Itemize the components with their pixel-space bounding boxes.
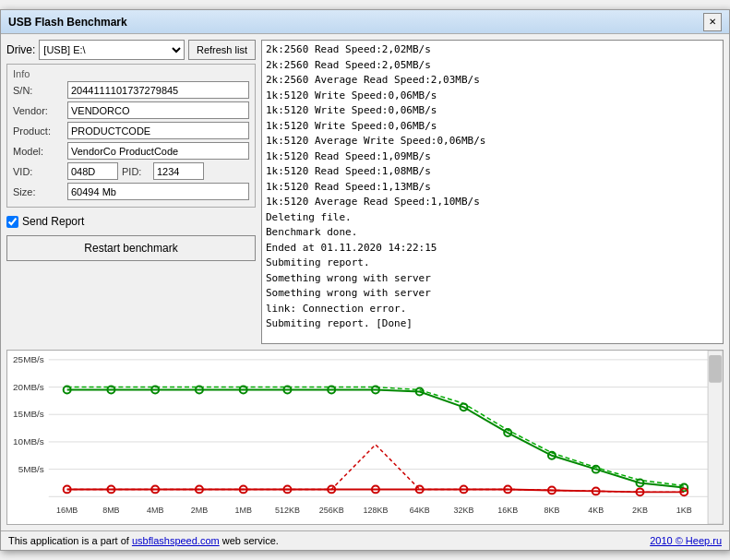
- vid-pid-row: VID: PID:: [13, 162, 249, 180]
- svg-text:128KB: 128KB: [364, 506, 389, 515]
- svg-text:512KB: 512KB: [275, 506, 300, 515]
- svg-text:4KB: 4KB: [588, 506, 604, 515]
- svg-text:1KB: 1KB: [676, 506, 692, 515]
- model-label: Model:: [13, 146, 64, 157]
- log-line: 2k:2560 Average Read Speed:2,03MB/s: [266, 73, 719, 89]
- svg-text:2KB: 2KB: [632, 506, 648, 515]
- info-group: Info S/N: Vendor: Product: Model:: [6, 64, 256, 208]
- log-line: Benchmark done.: [266, 225, 719, 241]
- log-line: 1k:5120 Write Speed:0,06MB/s: [266, 119, 719, 135]
- footer-text-before: This application is a part of: [8, 535, 132, 546]
- sn-input[interactable]: [67, 81, 249, 99]
- product-row: Product:: [13, 122, 249, 139]
- green-line-dashed: [67, 387, 685, 486]
- svg-text:8MB: 8MB: [102, 506, 119, 515]
- vid-input[interactable]: [67, 162, 118, 180]
- log-line: 1k:5120 Write Speed:0,06MB/s: [266, 89, 719, 104]
- title-bar: USB Flash Benchmark ✕: [1, 10, 729, 34]
- vendor-label: Vendor:: [13, 105, 64, 116]
- vendor-row: Vendor:: [13, 101, 249, 119]
- vid-label: VID:: [13, 166, 64, 177]
- product-input[interactable]: [67, 122, 249, 139]
- drive-row: Drive: [USB] E:\ Refresh list: [6, 40, 256, 60]
- log-line: 1k:5120 Write Speed:0,06MB/s: [266, 103, 719, 119]
- log-line: 2k:2560 Read Speed:2,02MB/s: [266, 42, 719, 58]
- log-line: 2k:2560 Read Speed:2,05MB/s: [266, 58, 719, 74]
- svg-text:2MB: 2MB: [191, 506, 208, 515]
- chart-area: 25MB/s 20MB/s 15MB/s 10MB/s 5MB/s: [6, 350, 724, 525]
- log-line: 1k:5120 Average Write Speed:0,06MB/s: [266, 134, 719, 149]
- vendor-input[interactable]: [67, 101, 249, 119]
- log-line: 1k:5120 Read Speed:1,08MB/s: [266, 164, 719, 180]
- sn-row: S/N:: [13, 81, 249, 99]
- svg-text:4MB: 4MB: [147, 506, 163, 515]
- footer: This application is a part of usbflashsp…: [1, 530, 729, 550]
- svg-rect-57: [709, 355, 722, 383]
- footer-text: This application is a part of usbflashsp…: [8, 535, 279, 546]
- send-report-row: Send Report: [6, 211, 256, 232]
- footer-link[interactable]: usbflashspeed.com: [132, 535, 220, 546]
- sn-label: S/N:: [13, 85, 64, 96]
- product-label: Product:: [13, 125, 64, 137]
- drive-label: Drive:: [6, 43, 35, 56]
- refresh-button[interactable]: Refresh list: [188, 40, 256, 60]
- restart-button[interactable]: Restart benchmark: [6, 235, 256, 261]
- svg-text:25MB/s: 25MB/s: [13, 354, 44, 364]
- svg-text:5MB/s: 5MB/s: [18, 464, 44, 474]
- svg-text:32KB: 32KB: [454, 506, 474, 515]
- log-line: 1k:5120 Read Speed:1,13MB/s: [266, 180, 719, 196]
- log-line: Deleting file.: [266, 210, 719, 226]
- log-line: Submiting report.: [266, 256, 719, 271]
- log-line: Something wrong with server: [266, 271, 719, 287]
- footer-right-link[interactable]: 2010 © Heep.ru: [650, 535, 722, 546]
- main-window: USB Flash Benchmark ✕ Drive: [USB] E:\ R…: [0, 9, 730, 551]
- svg-text:16MB: 16MB: [56, 506, 78, 515]
- green-line-solid: [67, 390, 685, 488]
- log-line: Submiting report. [Done]: [266, 316, 719, 332]
- pid-input[interactable]: [153, 162, 204, 180]
- svg-text:10MB/s: 10MB/s: [13, 436, 44, 447]
- footer-text-after: web service.: [220, 535, 279, 546]
- log-line: Ended at 01.11.2020 14:22:15: [266, 241, 719, 256]
- size-input[interactable]: [67, 183, 249, 200]
- svg-text:15MB/s: 15MB/s: [13, 409, 44, 419]
- log-panel: 2k:2560 Read Speed:2,02MB/s2k:2560 Read …: [261, 40, 724, 344]
- svg-text:16KB: 16KB: [497, 506, 518, 515]
- svg-text:1MB: 1MB: [234, 506, 251, 515]
- send-report-label[interactable]: Send Report: [22, 215, 84, 228]
- left-panel: Drive: [USB] E:\ Refresh list Info S/N: …: [6, 40, 256, 344]
- close-button[interactable]: ✕: [703, 13, 722, 31]
- benchmark-chart: 25MB/s 20MB/s 15MB/s 10MB/s 5MB/s: [7, 351, 723, 524]
- log-line: link: Connection error.: [266, 302, 719, 317]
- svg-text:256KB: 256KB: [319, 506, 344, 515]
- drive-select[interactable]: [USB] E:\: [39, 40, 185, 60]
- svg-text:64KB: 64KB: [410, 506, 430, 515]
- log-line: 1k:5120 Read Speed:1,09MB/s: [266, 149, 719, 165]
- model-row: Model:: [13, 142, 249, 160]
- info-group-label: Info: [13, 68, 249, 79]
- send-report-checkbox[interactable]: [6, 216, 18, 228]
- log-line: Something wrong with server: [266, 286, 719, 302]
- content-area: Drive: [USB] E:\ Refresh list Info S/N: …: [1, 34, 729, 350]
- size-row: Size:: [13, 183, 249, 200]
- log-line: 1k:5120 Average Read Speed:1,10MB/s: [266, 195, 719, 210]
- size-label: Size:: [13, 186, 64, 197]
- svg-text:20MB/s: 20MB/s: [13, 382, 44, 392]
- pid-label: PID:: [122, 166, 150, 177]
- model-input[interactable]: [67, 142, 249, 160]
- svg-text:8KB: 8KB: [545, 506, 560, 515]
- window-title: USB Flash Benchmark: [8, 16, 127, 29]
